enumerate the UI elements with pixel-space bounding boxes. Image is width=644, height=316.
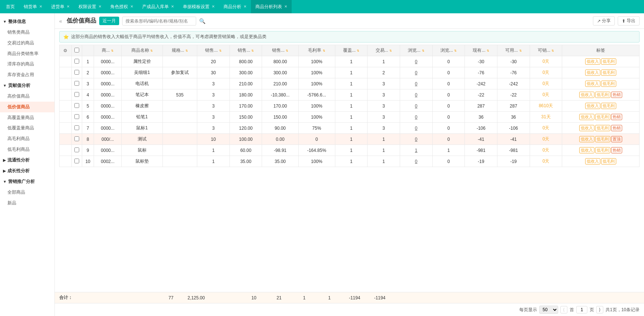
sort-icon[interactable]: ⇅ [389, 49, 392, 52]
close-icon[interactable]: ✕ [67, 0, 70, 13]
browse2-column-header[interactable]: 浏览... ⇅ [432, 45, 465, 56]
row-checkbox[interactable] [74, 125, 79, 130]
next-page-button[interactable]: ⟩ [596, 306, 603, 313]
browse1-value[interactable]: 0 [415, 137, 417, 142]
close-icon[interactable]: ✕ [39, 0, 42, 13]
row-checkbox-cell[interactable] [71, 156, 82, 167]
sales-price-column-header[interactable]: 销售... ⇅ [229, 45, 262, 56]
sidebar-item-new-products[interactable]: 新品 [0, 198, 54, 208]
sales-qty-column-header[interactable]: 销售... ⇅ [197, 45, 230, 56]
row-browse1[interactable]: 0 [400, 112, 433, 123]
row-browse1[interactable]: 0 [400, 78, 433, 89]
sidebar-item-low-margin[interactable]: 低毛利商品 [0, 144, 54, 155]
sidebar-item-all-products[interactable]: 全部商品 [0, 187, 54, 198]
row-checkbox-cell[interactable] [71, 67, 82, 78]
data-table-wrapper[interactable]: ⚙ 商... ⇅ 商品名称 ⇅ 规格... ⇅ [55, 45, 644, 292]
sort-icon[interactable]: ⇅ [111, 49, 114, 52]
row-browse1[interactable]: 0 [400, 56, 433, 67]
code-column-header[interactable]: 商... ⇅ [94, 45, 121, 56]
sidebar-item-high-value[interactable]: 高价值商品 [0, 91, 54, 102]
row-checkbox-cell[interactable] [71, 145, 82, 156]
browse1-value[interactable]: 0 [415, 115, 417, 120]
row-checkbox[interactable] [74, 147, 79, 152]
row-browse1[interactable]: 1 [400, 145, 433, 156]
sort-icon[interactable]: ⇅ [487, 49, 489, 52]
row-browse1[interactable]: 0 [400, 101, 433, 112]
share-button[interactable]: ↗ 分享 [593, 16, 615, 26]
name-column-header[interactable]: 商品名称 ⇅ [121, 45, 162, 56]
sort-icon[interactable]: ⇅ [422, 49, 425, 52]
sort-icon[interactable]: ⇅ [185, 49, 188, 52]
browse1-value[interactable]: 0 [415, 59, 417, 64]
sort-icon[interactable]: ⇅ [551, 49, 554, 52]
settings-icon[interactable]: ⚙ [63, 48, 67, 53]
row-checkbox-cell[interactable] [71, 123, 82, 134]
browse1-column-header[interactable]: 浏览... ⇅ [400, 45, 433, 56]
sort-icon[interactable]: ⇅ [150, 49, 153, 52]
row-checkbox[interactable] [74, 103, 79, 108]
nav-purchase-order[interactable]: 进货单 ✕ [47, 0, 74, 13]
sidebar-item-low-value[interactable]: 低价值商品 [0, 102, 54, 112]
row-browse1[interactable]: 0 [400, 156, 433, 167]
sort-icon[interactable]: ⇅ [323, 49, 325, 52]
tab-recent-month[interactable]: 近一月 [99, 17, 119, 25]
spec-column-header[interactable]: 规格... ⇅ [162, 45, 197, 56]
nav-product-analysis[interactable]: 商品分析 ✕ [219, 0, 251, 13]
first-page-button[interactable]: ⟨ [560, 306, 567, 313]
select-all-checkbox[interactable] [74, 48, 79, 52]
row-checkbox[interactable] [74, 59, 79, 64]
sidebar-item-low-coverage[interactable]: 低覆盖量商品 [0, 123, 54, 133]
transaction-column-header[interactable]: 交易... ⇅ [368, 45, 400, 56]
row-checkbox-cell[interactable] [71, 101, 82, 112]
sidebar-item-category-sales-rate[interactable]: 商品分类销售率 [0, 48, 54, 59]
saleable-column-header[interactable]: 可销... ⇅ [530, 45, 562, 56]
close-icon[interactable]: ✕ [171, 0, 174, 13]
sidebar-item-high-coverage[interactable]: 高覆盖量商品 [0, 112, 54, 123]
row-settings[interactable] [60, 123, 72, 134]
sort-icon[interactable]: ⇅ [251, 49, 254, 52]
row-settings[interactable] [60, 101, 72, 112]
available-column-header[interactable]: 可用... ⇅ [497, 45, 530, 56]
sidebar-section-marketing[interactable]: ▼ 营销推广分析 [0, 176, 54, 187]
nav-finished-goods[interactable]: 产成品入库单 ✕ [138, 0, 178, 13]
sort-icon[interactable]: ⇅ [219, 49, 222, 52]
row-checkbox-cell[interactable] [71, 56, 82, 67]
browse1-value[interactable]: 1 [415, 148, 417, 153]
row-browse1[interactable]: 0 [400, 134, 433, 145]
row-settings[interactable] [60, 156, 72, 167]
current-stock-column-header[interactable]: 现有... ⇅ [465, 45, 497, 56]
sort-icon[interactable]: ⇅ [454, 49, 457, 52]
nav-sales-order[interactable]: 销货单 ✕ [19, 0, 47, 13]
sort-icon[interactable]: ⇅ [286, 49, 288, 52]
page-input[interactable] [576, 306, 587, 313]
row-settings[interactable] [60, 145, 72, 156]
checkbox-column-header[interactable] [71, 45, 82, 56]
row-checkbox[interactable] [74, 159, 79, 163]
search-icon[interactable]: 🔍 [199, 18, 205, 24]
row-browse1[interactable]: 0 [400, 123, 433, 134]
sidebar-item-traded-products[interactable]: 交易过的商品 [0, 38, 54, 48]
browse1-value[interactable]: 0 [415, 103, 417, 109]
row-browse1[interactable]: 0 [400, 89, 433, 101]
browse1-value[interactable]: 0 [415, 159, 417, 164]
sidebar-item-inventory-capital[interactable]: 库存资金占用 [0, 69, 54, 80]
row-settings[interactable] [60, 78, 72, 89]
settings-column-header[interactable]: ⚙ [60, 45, 72, 56]
close-icon[interactable]: ✕ [284, 0, 287, 13]
row-checkbox[interactable] [74, 136, 79, 141]
sidebar-item-sales-products[interactable]: 销售类商品 [0, 27, 54, 38]
gross-rate-column-header[interactable]: 毛利率 ⇅ [298, 45, 335, 56]
row-checkbox[interactable] [74, 114, 79, 119]
row-checkbox-cell[interactable] [71, 112, 82, 123]
export-button[interactable]: ⬆ 导出 [618, 16, 640, 26]
row-checkbox-cell[interactable] [71, 89, 82, 101]
nav-template-settings[interactable]: 单据模板设置 ✕ [178, 0, 219, 13]
close-icon[interactable]: ✕ [212, 0, 215, 13]
nav-home[interactable]: 首页 [1, 0, 19, 13]
collapse-button[interactable]: « [59, 18, 62, 24]
nav-product-analysis-list[interactable]: 商品分析列表 ✕ [251, 0, 292, 13]
nav-permissions[interactable]: 权限设置 ✕ [74, 0, 106, 13]
sidebar-section-circulation[interactable]: ▶ 流通性分析 [0, 155, 54, 166]
row-checkbox[interactable] [74, 70, 79, 75]
row-settings[interactable] [60, 134, 72, 145]
